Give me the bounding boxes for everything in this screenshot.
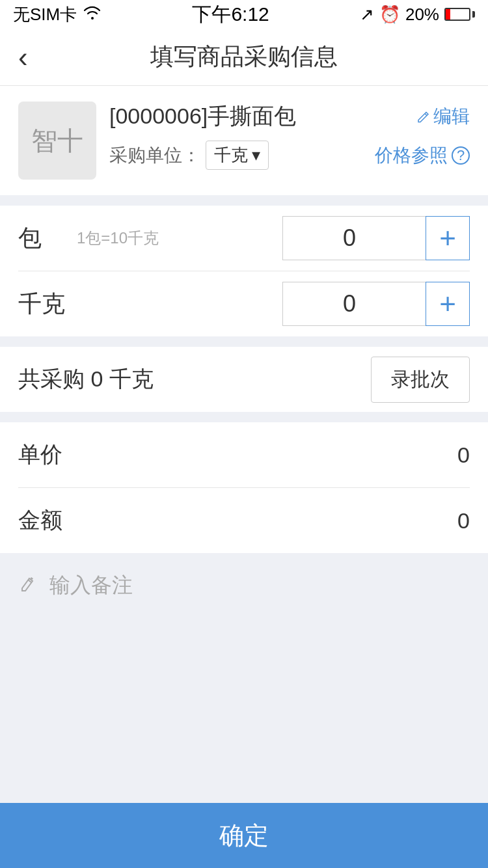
- pencil-icon: [18, 572, 39, 599]
- kg-label: 千克: [18, 288, 70, 320]
- battery-icon: [444, 8, 475, 21]
- nav-bar: ‹ 填写商品采购信息: [0, 29, 488, 86]
- status-right: ↗ ⏰ 20%: [360, 5, 475, 25]
- back-button[interactable]: ‹: [18, 43, 28, 72]
- amount-value: 0: [457, 508, 470, 534]
- carrier-text: 无SIM卡: [13, 3, 77, 26]
- unit-label: 采购单位：: [109, 143, 200, 168]
- product-name-row: [0000006]手撕面包 编辑: [109, 102, 470, 131]
- confirm-button[interactable]: 确定: [0, 803, 488, 868]
- price-reference-button[interactable]: 价格参照 ?: [375, 143, 470, 168]
- amount-label: 金额: [18, 506, 62, 536]
- section-divider-3: [0, 412, 488, 422]
- bag-label: 包: [18, 223, 70, 254]
- page-title: 填写商品采购信息: [150, 41, 338, 73]
- remark-placeholder: 输入备注: [49, 571, 133, 600]
- product-card: 智十 [0000006]手撕面包 编辑 采购单位： 千克 ▾: [0, 86, 488, 195]
- kg-input-wrap: +: [282, 282, 470, 326]
- total-label: 共采购 0 千克: [18, 364, 154, 394]
- wifi-icon: [83, 5, 102, 25]
- unit-price-label: 单价: [18, 440, 62, 470]
- remark-section[interactable]: 输入备注: [0, 553, 488, 618]
- amount-row: 金额 0: [0, 488, 488, 553]
- product-info: [0000006]手撕面包 编辑 采购单位： 千克 ▾ 价格参照 ?: [109, 102, 470, 170]
- input-section: 包 1包=10千克 + 千克 +: [0, 206, 488, 336]
- status-left: 无SIM卡: [13, 3, 102, 26]
- chevron-down-icon: ▾: [252, 145, 260, 165]
- edit-button[interactable]: 编辑: [416, 104, 470, 129]
- section-divider-1: [0, 195, 488, 206]
- unit-row: 采购单位： 千克 ▾ 价格参照 ?: [109, 141, 470, 170]
- unit-price-value: 0: [457, 442, 470, 468]
- kg-input-row: 千克 +: [0, 271, 488, 336]
- product-name: [0000006]手撕面包: [109, 102, 296, 131]
- alarm-icon: ⏰: [379, 5, 400, 25]
- kg-plus-button[interactable]: +: [426, 282, 470, 326]
- location-icon: ↗: [360, 5, 374, 25]
- price-section: 单价 0 金额 0: [0, 422, 488, 553]
- kg-input[interactable]: [282, 282, 426, 326]
- battery-text: 20%: [405, 5, 439, 25]
- bag-input-row: 包 1包=10千克 +: [0, 206, 488, 271]
- help-icon: ?: [452, 146, 470, 165]
- total-row: 共采购 0 千克 录批次: [0, 347, 488, 412]
- product-thumbnail: 智十: [18, 102, 96, 180]
- section-divider-2: [0, 336, 488, 347]
- unit-select[interactable]: 千克 ▾: [206, 141, 269, 170]
- bag-plus-button[interactable]: +: [426, 216, 470, 260]
- product-logo: 智十: [31, 123, 83, 159]
- total-section: 共采购 0 千克 录批次: [0, 347, 488, 412]
- status-time: 下午6:12: [192, 1, 269, 28]
- bag-sublabel: 1包=10千克: [77, 228, 282, 249]
- unit-price-row: 单价 0: [0, 422, 488, 487]
- status-bar: 无SIM卡 下午6:12 ↗ ⏰ 20%: [0, 0, 488, 29]
- bag-input[interactable]: [282, 216, 426, 260]
- record-batch-button[interactable]: 录批次: [371, 357, 470, 403]
- bag-input-wrap: +: [282, 216, 470, 260]
